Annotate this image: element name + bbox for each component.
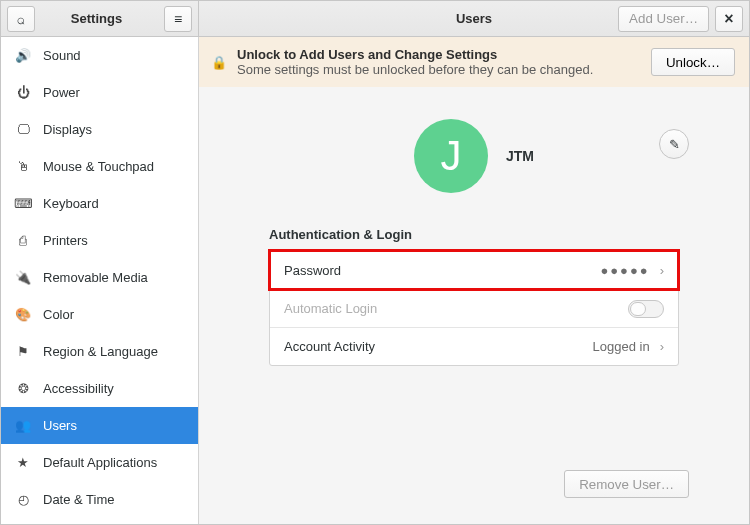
sidebar-item-power[interactable]: ⏻Power	[1, 74, 198, 111]
remove-user-button[interactable]: Remove User…	[564, 470, 689, 498]
sidebar-item-label: Color	[43, 307, 184, 322]
unlock-button[interactable]: Unlock…	[651, 48, 735, 76]
main-panel: 🔒 Unlock to Add Users and Change Setting…	[199, 37, 749, 524]
sidebar-item-label: Printers	[43, 233, 184, 248]
pencil-icon: ✎	[669, 137, 680, 152]
keyboard-icon: ⌨	[15, 196, 31, 212]
unlock-banner: 🔒 Unlock to Add Users and Change Setting…	[199, 37, 749, 87]
lock-icon: 🔒	[211, 55, 227, 70]
activity-value: Logged in	[593, 339, 650, 354]
sidebar-item-label: Removable Media	[43, 270, 184, 285]
titlebar-left: ⌕ Settings ≡	[1, 1, 199, 36]
autologin-label: Automatic Login	[284, 301, 628, 316]
remove-user-label: Remove User…	[579, 477, 674, 492]
hamburger-button[interactable]: ≡	[164, 6, 192, 32]
settings-title: Settings	[35, 11, 158, 26]
unlock-text: Unlock to Add Users and Change Settings …	[237, 47, 593, 77]
sidebar-item-label: Sound	[43, 48, 184, 63]
unlock-button-label: Unlock…	[666, 55, 720, 70]
printer-icon: ⎙	[15, 233, 31, 249]
sidebar-item-label: Power	[43, 85, 184, 100]
sidebar-item-region-language[interactable]: ⚑Region & Language	[1, 333, 198, 370]
sidebar-item-printers[interactable]: ⎙Printers	[1, 222, 198, 259]
sidebar-item-label: Date & Time	[43, 492, 184, 507]
sidebar-item-removable-media[interactable]: 🔌Removable Media	[1, 259, 198, 296]
power-icon: ⏻	[15, 85, 31, 101]
sidebar-item-default-applications[interactable]: ★Default Applications	[1, 444, 198, 481]
user-header: J JTM ✎	[199, 119, 749, 193]
auth-section-title: Authentication & Login	[199, 227, 749, 242]
clock-icon: ◴	[15, 492, 31, 508]
sidebar-item-label: Region & Language	[43, 344, 184, 359]
sidebar-item-label: Accessibility	[43, 381, 184, 396]
sidebar-item-users[interactable]: 👥Users	[1, 407, 198, 444]
hamburger-icon: ≡	[174, 11, 182, 27]
avatar-initial: J	[441, 132, 462, 180]
accessibility-icon: ❂	[15, 381, 31, 397]
users-icon: 👥	[15, 418, 31, 434]
sidebar-item-accessibility[interactable]: ❂Accessibility	[1, 370, 198, 407]
body: 🔊Sound⏻Power🖵Displays🖱Mouse & Touchpad⌨K…	[1, 37, 749, 524]
password-label: Password	[284, 263, 600, 278]
unlock-title: Unlock to Add Users and Change Settings	[237, 47, 497, 62]
star-icon: ★	[15, 455, 31, 471]
titlebar-right: Users Add User… ×	[199, 1, 749, 36]
edit-name-button[interactable]: ✎	[659, 129, 689, 159]
switch-knob	[630, 302, 646, 316]
display-icon: 🖵	[15, 122, 31, 138]
sidebar-item-label: Default Applications	[43, 455, 184, 470]
search-button[interactable]: ⌕	[7, 6, 35, 32]
sidebar-item-about[interactable]: ✚About	[1, 518, 198, 524]
search-icon: ⌕	[17, 11, 25, 27]
sidebar-item-color[interactable]: 🎨Color	[1, 296, 198, 333]
chevron-right-icon: ›	[660, 263, 664, 278]
activity-row[interactable]: Account Activity Logged in ›	[270, 327, 678, 365]
avatar: J	[414, 119, 488, 193]
sidebar-item-label: Displays	[43, 122, 184, 137]
titlebar: ⌕ Settings ≡ Users Add User… ×	[1, 1, 749, 37]
flag-icon: ⚑	[15, 344, 31, 360]
sidebar-item-label: Users	[43, 418, 184, 433]
mouse-icon: 🖱	[15, 159, 31, 175]
activity-label: Account Activity	[284, 339, 593, 354]
user-name: JTM	[506, 148, 534, 164]
sidebar: 🔊Sound⏻Power🖵Displays🖱Mouse & Touchpad⌨K…	[1, 37, 199, 524]
usb-icon: 🔌	[15, 270, 31, 286]
sidebar-item-mouse-touchpad[interactable]: 🖱Mouse & Touchpad	[1, 148, 198, 185]
panel-title: Users	[199, 11, 749, 26]
auth-list: Password ●●●●● › Automatic Login Account…	[269, 250, 679, 366]
color-icon: 🎨	[15, 307, 31, 323]
unlock-subtitle: Some settings must be unlocked before th…	[237, 62, 593, 77]
sidebar-item-label: Mouse & Touchpad	[43, 159, 184, 174]
app-root: ⌕ Settings ≡ Users Add User… × 🔊Sound⏻Po…	[0, 0, 750, 525]
chevron-right-icon: ›	[660, 339, 664, 354]
sidebar-item-sound[interactable]: 🔊Sound	[1, 37, 198, 74]
volume-icon: 🔊	[15, 48, 31, 64]
sidebar-item-date-time[interactable]: ◴Date & Time	[1, 481, 198, 518]
sidebar-item-displays[interactable]: 🖵Displays	[1, 111, 198, 148]
password-value: ●●●●●	[600, 263, 649, 278]
sidebar-item-label: Keyboard	[43, 196, 184, 211]
password-row[interactable]: Password ●●●●● ›	[270, 251, 678, 289]
autologin-row: Automatic Login	[270, 289, 678, 327]
sidebar-item-keyboard[interactable]: ⌨Keyboard	[1, 185, 198, 222]
autologin-switch[interactable]	[628, 300, 664, 318]
